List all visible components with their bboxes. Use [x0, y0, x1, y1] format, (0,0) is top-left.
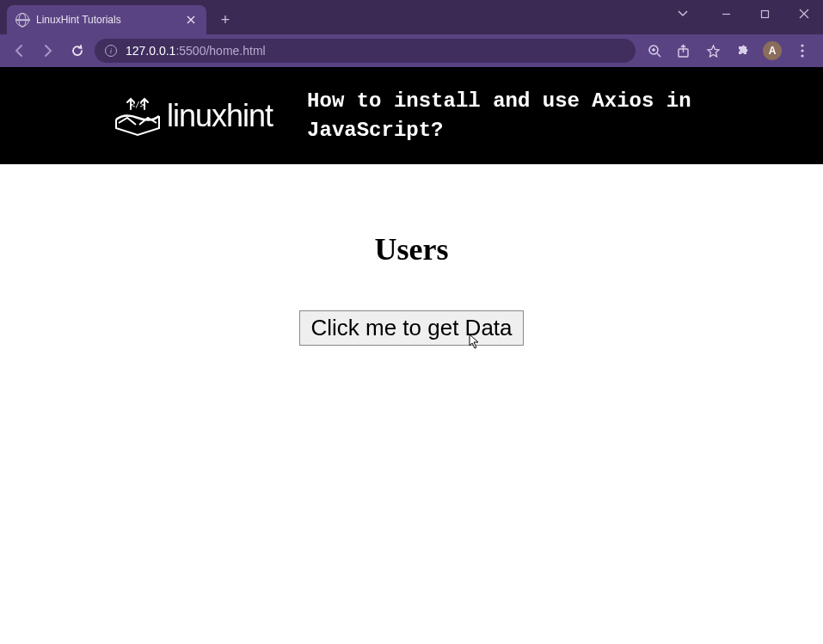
tab-search-icon[interactable] — [663, 0, 702, 28]
article-title: How to install and use Axios in JavaScri… — [307, 87, 711, 144]
back-button[interactable] — [7, 39, 31, 63]
minimize-button[interactable] — [707, 0, 746, 28]
browser-tab[interactable]: LinuxHint Tutorials — [7, 5, 206, 34]
url-field[interactable]: i 127.0.0.1:5500/home.html — [95, 39, 636, 63]
reload-button[interactable] — [65, 39, 89, 63]
get-data-button[interactable]: Click me to get Data — [299, 310, 523, 346]
bookmark-icon[interactable] — [704, 42, 722, 59]
svg-point-5 — [801, 54, 803, 57]
forward-button[interactable] — [36, 39, 60, 63]
window-controls — [663, 0, 823, 28]
page-heading: Users — [0, 231, 823, 267]
site-logo[interactable]: </> linuxhint — [112, 92, 273, 139]
extensions-icon[interactable] — [734, 42, 751, 59]
svg-rect-0 — [762, 10, 769, 17]
browser-titlebar: LinuxHint Tutorials + — [0, 0, 823, 34]
site-info-icon[interactable]: i — [105, 45, 117, 57]
browser-addressbar: i 127.0.0.1:5500/home.html A — [0, 34, 823, 67]
share-icon[interactable] — [675, 42, 692, 59]
svg-point-3 — [801, 44, 803, 46]
tab-title: LinuxHint Tutorials — [36, 14, 177, 26]
profile-avatar[interactable]: A — [763, 41, 782, 60]
linuxhint-logo-icon: </> — [112, 92, 163, 139]
new-tab-button[interactable]: + — [213, 8, 237, 32]
svg-point-4 — [801, 49, 803, 52]
zoom-icon[interactable] — [646, 42, 663, 59]
page-content: Users Click me to get Data — [0, 164, 823, 346]
svg-text:</>: </> — [131, 101, 145, 109]
globe-icon — [15, 13, 29, 27]
url-text: 127.0.0.1:5500/home.html — [126, 44, 625, 58]
site-header: </> linuxhint How to install and use Axi… — [0, 67, 823, 164]
close-window-button[interactable] — [784, 0, 823, 28]
close-tab-icon[interactable] — [184, 13, 198, 27]
maximize-button[interactable] — [746, 0, 784, 28]
menu-icon[interactable] — [794, 42, 811, 59]
logo-text: linuxhint — [167, 98, 273, 134]
